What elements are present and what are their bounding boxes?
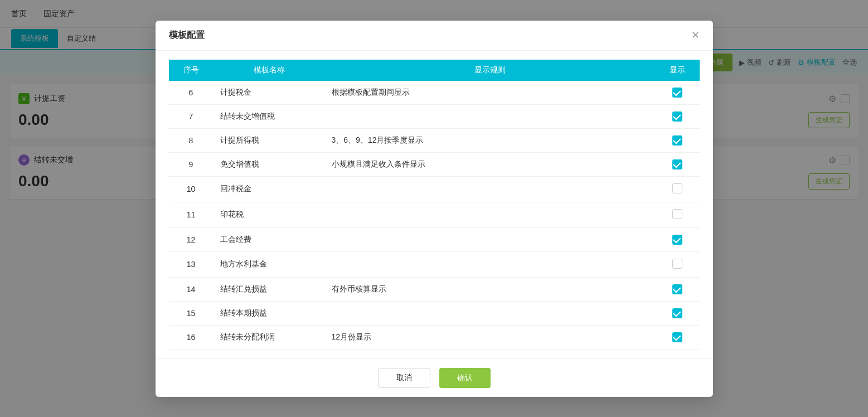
modal-close-button[interactable]: ✕ <box>691 30 700 40</box>
modal-header: 模板配置 ✕ <box>156 21 713 51</box>
cell-checkbox[interactable] <box>655 251 700 277</box>
cell-rule: 有外币核算显示 <box>325 277 655 301</box>
cell-name: 工会经费 <box>214 227 325 251</box>
checkbox-icon[interactable] <box>672 111 682 122</box>
cell-checkbox[interactable] <box>655 301 700 325</box>
cell-checkbox[interactable] <box>655 128 700 152</box>
cell-checkbox[interactable] <box>655 176 700 202</box>
config-table: 序号 模板名称 显示规则 显示 6计提税金根据模板配置期间显示7结转未交增值税8… <box>169 60 700 350</box>
cell-checkbox[interactable] <box>655 104 700 128</box>
cell-index: 12 <box>169 227 214 251</box>
cell-rule <box>325 176 655 202</box>
table-row: 8计提所得税3、6、9、12月按季度显示 <box>169 128 700 152</box>
cell-index: 16 <box>169 325 214 349</box>
checkbox-icon[interactable] <box>672 332 682 342</box>
checkbox-icon[interactable] <box>672 135 682 146</box>
cell-rule <box>325 227 655 251</box>
cell-index: 13 <box>169 251 214 277</box>
checkbox-icon[interactable] <box>672 88 682 98</box>
table-row: 14结转汇兑损益有外币核算显示 <box>169 277 700 301</box>
cell-name: 免交增值税 <box>214 152 325 176</box>
cell-rule: 根据模板配置期间显示 <box>325 81 655 105</box>
table-header-row: 序号 模板名称 显示规则 显示 <box>169 60 700 81</box>
cell-name: 印花税 <box>214 202 325 227</box>
cell-index: 14 <box>169 277 214 301</box>
cell-rule: 12月份显示 <box>325 325 655 349</box>
modal-template-config: 模板配置 ✕ 序号 模板名称 显示规则 显示 6计提税金根据模板配置期间 <box>156 21 713 397</box>
cell-rule <box>325 251 655 277</box>
cell-index: 10 <box>169 176 214 202</box>
table-body: 6计提税金根据模板配置期间显示7结转未交增值税8计提所得税3、6、9、12月按季… <box>169 81 700 350</box>
table-row: 16结转未分配利润12月份显示 <box>169 325 700 349</box>
col-header-display: 显示 <box>655 60 700 81</box>
cancel-button[interactable]: 取消 <box>378 368 430 388</box>
table-row: 13地方水利基金 <box>169 251 700 277</box>
checkbox-icon[interactable] <box>672 284 682 294</box>
col-header-name: 模板名称 <box>214 60 325 81</box>
cell-name: 结转未交增值税 <box>214 104 325 128</box>
cell-name: 计提所得税 <box>214 128 325 152</box>
cell-index: 8 <box>169 128 214 152</box>
background-page: 首页 固定资产 系统模板 自定义结 测算金额 ▶ 视频 ↺ 刷新 ⚙ 模板配置 … <box>0 0 868 417</box>
cell-checkbox[interactable] <box>655 81 700 105</box>
modal-body: 序号 模板名称 显示规则 显示 6计提税金根据模板配置期间显示7结转未交增值税8… <box>156 51 713 358</box>
cell-name: 地方水利基金 <box>214 251 325 277</box>
table-row: 11印花税 <box>169 202 700 227</box>
cell-name: 结转本期损益 <box>214 301 325 325</box>
table-row: 10回冲税金 <box>169 176 700 202</box>
col-header-index: 序号 <box>169 60 214 81</box>
cell-rule <box>325 301 655 325</box>
cell-checkbox[interactable] <box>655 277 700 301</box>
checkbox-icon[interactable] <box>672 308 682 318</box>
cell-rule <box>325 104 655 128</box>
modal-footer: 取消 确认 <box>156 358 713 397</box>
cell-name: 结转未分配利润 <box>214 325 325 349</box>
table-row: 9免交增值税小规模且满足收入条件显示 <box>169 152 700 176</box>
checkbox-icon[interactable] <box>672 159 682 169</box>
checkbox-icon[interactable] <box>672 235 682 245</box>
cell-rule: 小规模且满足收入条件显示 <box>325 152 655 176</box>
modal-title: 模板配置 <box>169 30 205 41</box>
table-row: 6计提税金根据模板配置期间显示 <box>169 81 700 105</box>
cell-index: 9 <box>169 152 214 176</box>
cell-index: 11 <box>169 202 214 227</box>
cell-name: 计提税金 <box>214 81 325 105</box>
table-row: 15结转本期损益 <box>169 301 700 325</box>
cell-index: 15 <box>169 301 214 325</box>
cell-checkbox[interactable] <box>655 152 700 176</box>
checkbox-icon[interactable] <box>672 183 682 193</box>
checkbox-icon[interactable] <box>672 209 682 219</box>
cell-name: 结转汇兑损益 <box>214 277 325 301</box>
cell-checkbox[interactable] <box>655 325 700 349</box>
cell-name: 回冲税金 <box>214 176 325 202</box>
cell-rule <box>325 202 655 227</box>
checkbox-icon[interactable] <box>672 259 682 269</box>
cell-index: 7 <box>169 104 214 128</box>
confirm-button[interactable]: 确认 <box>439 368 491 388</box>
cell-index: 6 <box>169 81 214 105</box>
cell-checkbox[interactable] <box>655 227 700 251</box>
table-row: 12工会经费 <box>169 227 700 251</box>
modal-overlay: 模板配置 ✕ 序号 模板名称 显示规则 显示 6计提税金根据模板配置期间 <box>0 0 868 417</box>
cell-rule: 3、6、9、12月按季度显示 <box>325 128 655 152</box>
table-row: 7结转未交增值税 <box>169 104 700 128</box>
col-header-rule: 显示规则 <box>325 60 655 81</box>
cell-checkbox[interactable] <box>655 202 700 227</box>
